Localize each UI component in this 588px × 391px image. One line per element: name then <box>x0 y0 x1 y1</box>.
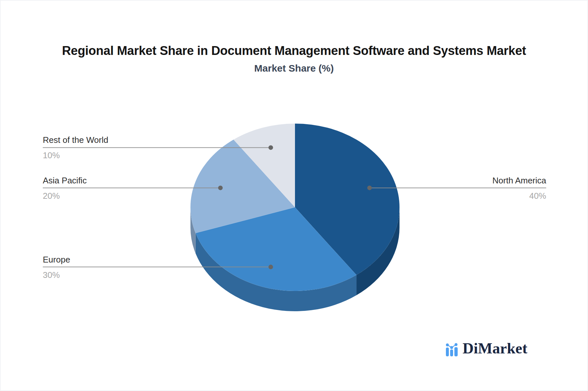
brand-logo: DiMarket <box>445 340 527 356</box>
slice-percent: 10% <box>43 150 60 161</box>
logo-dot <box>455 343 458 346</box>
callout-dot <box>269 265 273 269</box>
slice-label: Rest of the World <box>43 134 108 145</box>
bar-line-chart-icon <box>445 341 458 356</box>
brand-logo-text: DiMarket <box>463 340 527 356</box>
callout-dot <box>218 186 223 190</box>
logo-bar <box>446 348 449 356</box>
slice-percent: 20% <box>43 190 60 201</box>
pie-chart <box>0 0 588 391</box>
chart-canvas: Regional Market Share in Document Manage… <box>0 0 588 391</box>
slice-label: Europe <box>43 254 70 265</box>
callout-dot <box>367 186 372 190</box>
logo-bar <box>450 349 453 356</box>
logo-dot <box>446 344 449 347</box>
slice-percent: 30% <box>43 269 60 280</box>
slice-percent: 40% <box>529 190 546 201</box>
slice-label: Asia Pacific <box>43 175 87 186</box>
logo-bar <box>454 347 458 356</box>
logo-dot <box>450 346 453 349</box>
slice-label: North America <box>492 175 546 186</box>
callout-dot <box>269 145 273 150</box>
